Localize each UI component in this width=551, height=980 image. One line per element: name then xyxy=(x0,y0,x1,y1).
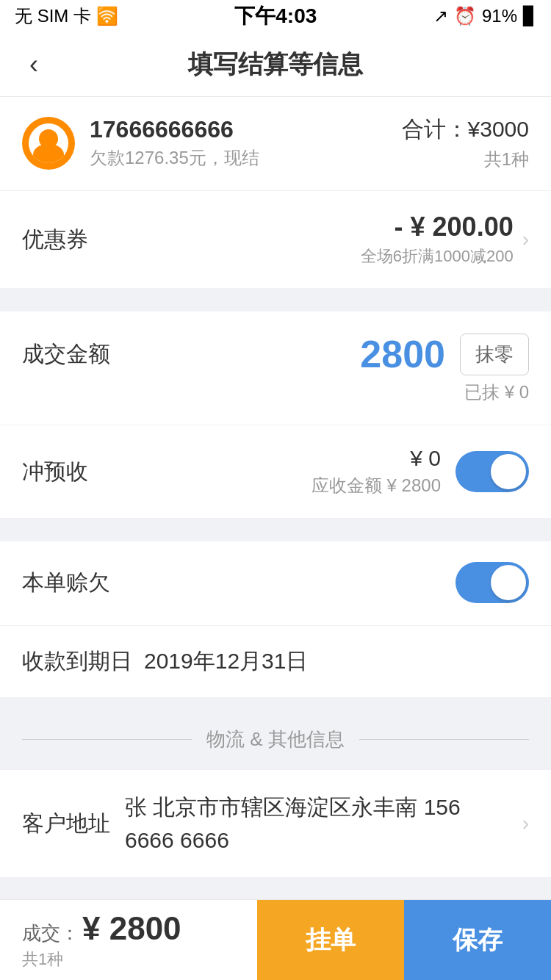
debt-label: 本单赊欠 xyxy=(22,568,110,598)
hold-button[interactable]: 挂单 xyxy=(257,900,404,980)
bottom-summary: 成交： ¥ 2800 共1种 xyxy=(0,900,257,980)
address-content: 张 北京市市辖区海淀区永丰南 156 6666 6666 xyxy=(125,790,508,857)
logistics-label: 物流 & 其他信息 xyxy=(206,727,345,752)
alarm-icon: ⏰ xyxy=(454,6,476,26)
content-area: 17666666666 欠款1276.35元，现结 合计：¥3000 共1种 优… xyxy=(0,97,551,980)
due-date-section: 收款到期日 2019年12月31日 xyxy=(0,625,551,697)
divider-line-right xyxy=(359,739,529,740)
toggle-knob xyxy=(491,454,526,489)
bottom-deal-label: 成交： xyxy=(22,920,79,946)
due-date-label: 收款到期日 xyxy=(22,646,132,677)
customer-left: 17666666666 欠款1276.35元，现结 xyxy=(22,116,259,170)
amount-label: 成交金额 xyxy=(22,339,110,370)
amount-right: 2800 抹零 xyxy=(360,332,529,376)
coupon-value-wrap: - ¥ 200.00 全场6折满1000减200 xyxy=(361,212,514,267)
prepay-amount-wrap: ¥ 0 应收金额 ¥ 2800 xyxy=(311,446,441,497)
customer-card: 17666666666 欠款1276.35元，现结 合计：¥3000 共1种 优… xyxy=(0,97,551,288)
status-right: ↗ ⏰ 91% ▊ xyxy=(433,6,536,26)
prepay-label: 冲预收 xyxy=(22,457,88,487)
customer-row: 17666666666 欠款1276.35元，现结 合计：¥3000 共1种 xyxy=(0,97,551,189)
coupon-label: 优惠券 xyxy=(22,225,88,255)
coupon-discount: - ¥ 200.00 xyxy=(361,212,514,242)
address-label: 客户地址 xyxy=(22,809,110,839)
battery-icon: ▊ xyxy=(523,6,536,26)
customer-phone: 17666666666 xyxy=(90,116,259,143)
nav-bar: ‹ 填写结算等信息 xyxy=(0,32,551,97)
chevron-right-icon: › xyxy=(522,228,529,251)
prepay-amount: ¥ 0 xyxy=(311,446,441,471)
amount-value: 2800 xyxy=(360,332,445,376)
customer-info: 17666666666 欠款1276.35元，现结 xyxy=(90,116,259,170)
coupon-desc: 全场6折满1000减200 xyxy=(361,245,514,267)
back-button[interactable]: ‹ xyxy=(22,42,46,87)
avatar-inner xyxy=(29,123,68,163)
due-date-value: 2019年12月31日 xyxy=(144,646,308,677)
prepay-sub: 应收金额 ¥ 2800 xyxy=(311,474,441,497)
prepay-section: 冲预收 ¥ 0 应收金额 ¥ 2800 xyxy=(0,425,551,518)
coupon-right: - ¥ 200.00 全场6折满1000减200 › xyxy=(361,212,529,267)
address-chevron-icon: › xyxy=(522,812,529,835)
address-section[interactable]: 客户地址 张 北京市市辖区海淀区永丰南 156 6666 6666 › xyxy=(0,770,551,877)
status-left: 无 SIM 卡 🛜 xyxy=(15,4,118,28)
debt-toggle-knob xyxy=(491,565,526,600)
debt-toggle[interactable] xyxy=(455,562,529,603)
bottom-deal-row: 成交： ¥ 2800 xyxy=(22,910,235,947)
total-amount: 合计：¥3000 xyxy=(402,115,529,145)
save-button[interactable]: 保存 xyxy=(404,900,551,980)
customer-sub: 欠款1276.35元，现结 xyxy=(90,146,259,170)
bottom-bar: 成交： ¥ 2800 共1种 挂单 保存 xyxy=(0,899,551,980)
address-card: 客户地址 张 北京市市辖区海淀区永丰南 156 6666 6666 › xyxy=(0,770,551,877)
total-count: 共1种 xyxy=(402,148,529,171)
status-bar: 无 SIM 卡 🛜 下午4:03 ↗ ⏰ 91% ▊ xyxy=(0,0,551,32)
no-sim-label: 无 SIM 卡 🛜 xyxy=(15,4,118,28)
debt-card: 本单赊欠 收款到期日 2019年12月31日 xyxy=(0,541,551,697)
amount-row: 成交金额 2800 抹零 xyxy=(22,332,529,376)
divider-line-left xyxy=(22,739,192,740)
location-icon: ↗ xyxy=(433,6,448,26)
due-date-row: 收款到期日 2019年12月31日 xyxy=(22,646,529,677)
coupon-row[interactable]: 优惠券 - ¥ 200.00 全场6折满1000减200 › xyxy=(0,190,551,288)
amount-sub: 已抹 ¥ 0 xyxy=(22,381,529,404)
page-title: 填写结算等信息 xyxy=(188,48,363,82)
amount-card: 成交金额 2800 抹零 已抹 ¥ 0 冲预收 ¥ 0 应收金额 ¥ 2800 xyxy=(0,311,551,518)
status-time: 下午4:03 xyxy=(234,2,317,30)
amount-section: 成交金额 2800 抹零 已抹 ¥ 0 xyxy=(0,311,551,425)
prepay-right: ¥ 0 应收金额 ¥ 2800 xyxy=(311,446,529,497)
prepay-toggle[interactable] xyxy=(455,451,529,492)
battery-label: 91% xyxy=(482,6,517,26)
debt-section: 本单赊欠 xyxy=(0,541,551,624)
customer-right: 合计：¥3000 共1种 xyxy=(402,115,529,171)
avatar xyxy=(22,117,75,170)
avatar-head xyxy=(39,129,58,148)
separator-1 xyxy=(0,300,551,311)
separator-2 xyxy=(0,530,551,541)
bottom-deal-amount: ¥ 2800 xyxy=(82,910,181,947)
bottom-count: 共1种 xyxy=(22,948,235,970)
round-button[interactable]: 抹零 xyxy=(460,334,529,375)
logistics-divider: 物流 & 其他信息 xyxy=(0,709,551,770)
